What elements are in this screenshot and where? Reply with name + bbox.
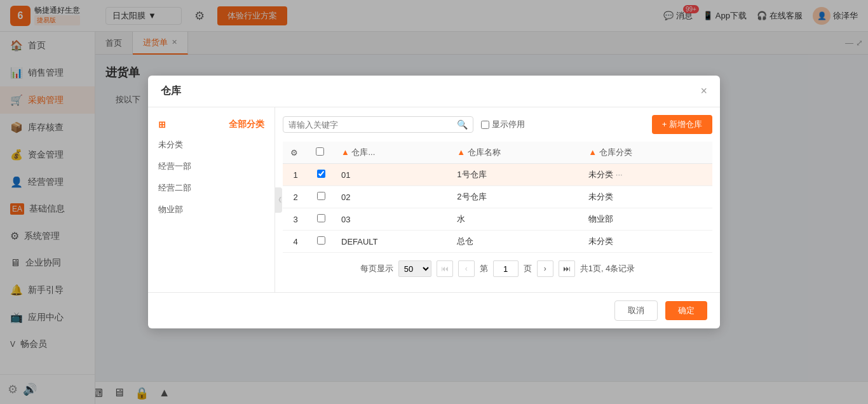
modal-toolbar: 🔍 显示停用 + 新增仓库 <box>283 115 712 134</box>
page-label: 第 <box>480 263 488 274</box>
row-code-3: 03 <box>334 208 449 231</box>
th-gear[interactable]: ⚙ <box>283 142 308 164</box>
row-code-2: 02 <box>334 186 449 208</box>
category-operations-2[interactable]: 经营二部 <box>148 177 275 199</box>
sort-icon: ▲ <box>341 147 349 157</box>
th-checkbox[interactable] <box>308 142 334 164</box>
modal-body: ⊞ 全部分类 未分类 经营一部 经营二部 物业部 《 🔍 <box>148 107 720 292</box>
per-page-select[interactable]: 50 10 20 100 <box>398 260 431 277</box>
sort-icon-cat: ▲ <box>588 147 597 157</box>
th-category[interactable]: ▲ 仓库分类 <box>581 142 712 164</box>
modal-title: 仓库 <box>161 84 181 98</box>
content-panel: 🔍 显示停用 + 新增仓库 ⚙ <box>275 107 720 292</box>
total-label: 共1页, 4条记录 <box>580 263 635 274</box>
select-all-checkbox[interactable] <box>316 147 324 156</box>
page-suffix: 页 <box>524 263 532 274</box>
row-name-1: 1号仓库 <box>449 164 581 186</box>
modal-overlay: 仓库 × ⊞ 全部分类 未分类 经营一部 经营二部 物业部 《 <box>0 0 868 404</box>
show-disabled-checkbox[interactable] <box>481 121 489 129</box>
row-cat-2: 未分类 <box>581 186 712 208</box>
row-cb-3[interactable] <box>308 208 334 231</box>
all-categories-item[interactable]: ⊞ 全部分类 <box>148 115 275 134</box>
cancel-button[interactable]: 取消 <box>614 300 658 321</box>
collapse-category-button[interactable]: 《 <box>275 187 282 213</box>
page-number-input[interactable] <box>493 260 519 277</box>
prev-page-button[interactable]: ‹ <box>458 260 475 277</box>
first-page-button[interactable]: ⏮ <box>437 260 453 277</box>
grid-icon: ⊞ <box>158 119 166 130</box>
table-row[interactable]: 1 01 1号仓库 未分类 ··· <box>283 164 712 186</box>
row-more-1[interactable]: ··· <box>616 170 623 179</box>
all-categories-label: 全部分类 <box>229 119 264 130</box>
table-row[interactable]: 2 02 2号仓库 未分类 <box>283 186 712 208</box>
pagination: 每页显示 50 10 20 100 ⏮ ‹ 第 页 › ⏭ 共1页, 4条记录 <box>283 253 712 285</box>
confirm-button[interactable]: 确定 <box>665 301 707 320</box>
per-page-label: 每页显示 <box>360 263 393 274</box>
table-row[interactable]: 4 DEFAULT 总仓 未分类 <box>283 231 712 253</box>
row-name-2: 2号仓库 <box>449 186 581 208</box>
row-cat-4: 未分类 <box>581 231 712 253</box>
show-disabled-text: 显示停用 <box>492 119 525 130</box>
next-page-button[interactable]: › <box>537 260 553 277</box>
add-warehouse-button[interactable]: + 新增仓库 <box>652 115 712 134</box>
th-name[interactable]: ▲ 仓库名称 <box>449 142 581 164</box>
modal-close-button[interactable]: × <box>700 84 707 98</box>
row-cat-3: 物业部 <box>581 208 712 231</box>
warehouse-table: ⚙ ▲ 仓库... ▲ 仓库名称 ▲ 仓库分类 1 01 <box>283 142 712 253</box>
search-input[interactable] <box>288 120 457 130</box>
table-row[interactable]: 3 03 水 物业部 <box>283 208 712 231</box>
warehouse-modal: 仓库 × ⊞ 全部分类 未分类 经营一部 经营二部 物业部 《 <box>148 76 720 328</box>
category-property[interactable]: 物业部 <box>148 199 275 220</box>
search-icon: 🔍 <box>457 119 468 130</box>
category-operations-1[interactable]: 经营一部 <box>148 156 275 177</box>
row-name-4: 总仓 <box>449 231 581 253</box>
last-page-button[interactable]: ⏭ <box>559 260 575 277</box>
row-code-4: DEFAULT <box>334 231 449 253</box>
modal-header: 仓库 × <box>148 76 720 107</box>
th-code[interactable]: ▲ 仓库... <box>334 142 449 164</box>
row-gear-1: 1 <box>283 164 308 186</box>
search-box: 🔍 <box>283 116 473 133</box>
category-panel: ⊞ 全部分类 未分类 经营一部 经营二部 物业部 《 <box>148 107 275 292</box>
row-num-4: 4 <box>283 231 308 253</box>
row-num-2: 2 <box>283 186 308 208</box>
table-header: ⚙ ▲ 仓库... ▲ 仓库名称 ▲ 仓库分类 <box>283 142 712 164</box>
row-cb-2[interactable] <box>308 186 334 208</box>
row-num-3: 3 <box>283 208 308 231</box>
row-name-3: 水 <box>449 208 581 231</box>
sort-icon-name: ▲ <box>457 147 465 157</box>
row-cb-1[interactable] <box>308 164 334 186</box>
row-cb-4[interactable] <box>308 231 334 253</box>
row-cat-1: 未分类 ··· <box>581 164 712 186</box>
modal-footer: 取消 确定 <box>148 292 720 328</box>
table-body: 1 01 1号仓库 未分类 ··· 2 02 2号仓库 <box>283 164 712 253</box>
table-container: ⚙ ▲ 仓库... ▲ 仓库名称 ▲ 仓库分类 1 01 <box>283 142 712 253</box>
show-disabled-label[interactable]: 显示停用 <box>481 119 525 130</box>
category-unclassified[interactable]: 未分类 <box>148 134 275 156</box>
row-code-1: 01 <box>334 164 449 186</box>
